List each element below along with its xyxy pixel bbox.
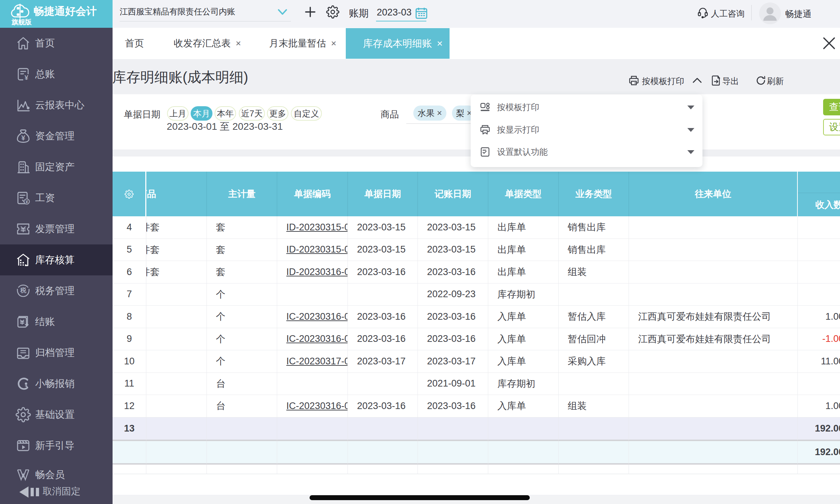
svg-text:¥: ¥ bbox=[25, 74, 28, 81]
svg-text:¥: ¥ bbox=[25, 199, 28, 204]
svg-text:¥: ¥ bbox=[21, 134, 25, 142]
svg-text:税: 税 bbox=[20, 287, 27, 294]
